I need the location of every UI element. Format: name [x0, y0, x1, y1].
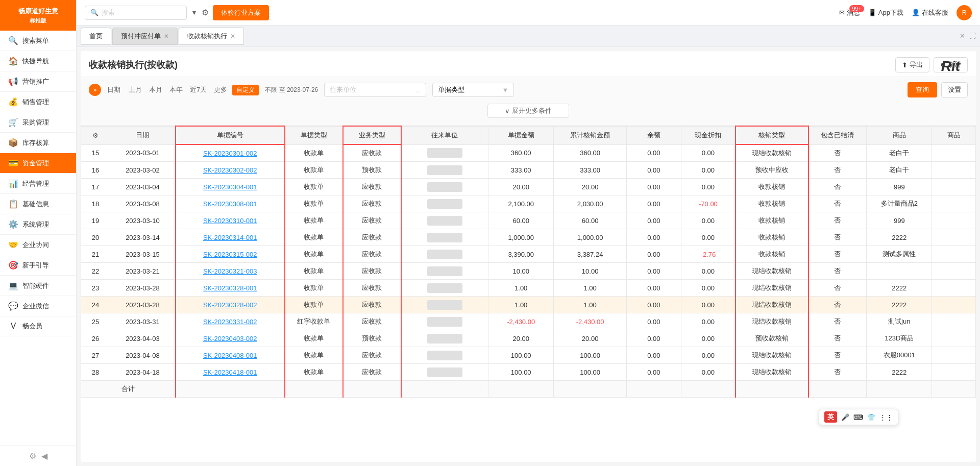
- service-btn[interactable]: 👤 在线客服: [912, 8, 948, 17]
- sidebar-item-collab[interactable]: 🤝企业协同: [0, 235, 76, 255]
- cell-num: 23: [81, 280, 110, 297]
- cell-amount: 333.00: [488, 162, 554, 179]
- sidebar: 畅康道好生意 标推版 🔍搜索菜单🏠快捷导航📢营销推广💰销售管理🛒采购管理📦库存核…: [0, 0, 77, 466]
- cell-billno: SK-20230314-001: [176, 229, 285, 246]
- cell-balance: 0.00: [626, 179, 681, 195]
- filter-toggle-btn[interactable]: »: [89, 84, 101, 96]
- this-year-opt[interactable]: 本年: [167, 84, 185, 95]
- sidebar-item-inventory[interactable]: 📦库存核算: [0, 133, 76, 153]
- cell-cumamount: 333.00: [554, 162, 627, 179]
- billno-link[interactable]: SK-20230310-001: [203, 217, 257, 225]
- sidebar-item-operations[interactable]: 📊经营管理: [0, 174, 76, 194]
- ime-shirt-icon[interactable]: 👕: [867, 413, 875, 421]
- cell-billno: SK-20230310-001: [176, 212, 285, 229]
- billno-link[interactable]: SK-20230308-001: [203, 200, 257, 208]
- th-nuketype: 核销类型: [736, 126, 808, 144]
- cell-billtype: 收款单: [285, 364, 343, 381]
- billno-link[interactable]: SK-20230304-001: [203, 183, 257, 191]
- cell-billno: SK-20230418-001: [176, 364, 285, 381]
- expand-more-btn[interactable]: ∨ 展开更多条件: [487, 104, 569, 118]
- collapse-icon[interactable]: ◀: [41, 451, 47, 461]
- tab-expand-icon[interactable]: ⛶: [969, 32, 976, 40]
- tab-prepay[interactable]: 预付冲应付单 ✕: [112, 28, 178, 45]
- cell-billtype: 收款单: [285, 144, 343, 162]
- service-label: 在线客服: [922, 8, 948, 17]
- tab-close-all-icon[interactable]: ✕: [960, 32, 965, 40]
- billno-link[interactable]: SK-20230302-002: [203, 166, 257, 174]
- app-download-btn[interactable]: 📱 App下载: [868, 8, 903, 17]
- last-month-opt[interactable]: 上月: [127, 84, 144, 95]
- billno-link[interactable]: SK-20230403-002: [203, 335, 257, 342]
- billno-link[interactable]: SK-20230301-002: [203, 150, 257, 157]
- message-btn[interactable]: ✉ 消息 99+: [839, 8, 860, 17]
- solution-button[interactable]: 体验行业方案: [213, 5, 269, 20]
- sidebar-item-basic[interactable]: 📋基础信息: [0, 194, 76, 214]
- billno-link[interactable]: SK-20230331-002: [203, 318, 257, 326]
- cell-goods2: [932, 347, 976, 364]
- inventory-icon: 📦: [8, 138, 18, 148]
- sidebar-item-shortcuts[interactable]: 🏠快捷导航: [0, 51, 76, 71]
- billno-link[interactable]: SK-20230321-003: [203, 267, 257, 275]
- billno-link[interactable]: SK-20230328-002: [203, 301, 257, 309]
- billno-link[interactable]: SK-20230418-001: [203, 369, 257, 376]
- tab-home[interactable]: 首页: [81, 28, 111, 45]
- user-avatar[interactable]: R: [957, 5, 972, 20]
- cell-billno: SK-20230331-002: [176, 313, 285, 330]
- sidebar-item-member[interactable]: V畅会员: [0, 316, 76, 336]
- cell-num: 25: [81, 313, 110, 330]
- sidebar-item-finance[interactable]: 💳资金管理: [0, 153, 76, 174]
- sidebar-item-system[interactable]: ⚙️系统管理: [0, 214, 76, 235]
- billno-link[interactable]: SK-20230408-001: [203, 352, 257, 359]
- cell-discount: 0.00: [681, 263, 736, 280]
- cell-amount: 1,000.00: [488, 229, 554, 246]
- cell-biztype: 应收款: [343, 297, 401, 313]
- settings-icon[interactable]: ⚙: [29, 451, 36, 461]
- this-month-opt[interactable]: 本月: [147, 84, 164, 95]
- more-opt[interactable]: 更多: [212, 84, 229, 95]
- unit-filter[interactable]: 往来单位 ...: [324, 83, 426, 97]
- cell-biztype: 应收款: [343, 229, 401, 246]
- table-row: 24 2023-03-28 SK-20230328-002 收款单 应收款 ██…: [81, 297, 976, 313]
- settings-filter-button[interactable]: 设置: [941, 82, 968, 97]
- export-button[interactable]: ⬆ 导出: [895, 57, 929, 72]
- operations-icon: 📊: [8, 179, 18, 188]
- topbar-dropdown[interactable]: ▼: [191, 9, 198, 16]
- cell-cumamount: 3,387.24: [554, 246, 627, 263]
- ime-mic-icon[interactable]: 🎤: [841, 413, 849, 421]
- billno-link[interactable]: SK-20230315-002: [203, 251, 257, 258]
- tab-receipt-offset[interactable]: 收款核销执行 ✕: [179, 28, 244, 45]
- billno-link[interactable]: SK-20230328-001: [203, 284, 257, 292]
- cell-billtype: 收款单: [285, 330, 343, 347]
- bill-type-dropdown-icon: ▼: [502, 86, 508, 94]
- th-goods2: 商品: [932, 126, 976, 144]
- app-icon: 📱: [868, 9, 876, 16]
- tab-prepay-close[interactable]: ✕: [164, 33, 169, 40]
- sidebar-item-search[interactable]: 🔍搜索菜单: [0, 31, 76, 51]
- sidebar-item-wechat[interactable]: 💬企业微信: [0, 296, 76, 316]
- search-box[interactable]: 🔍 搜索: [85, 6, 187, 20]
- cell-goods: [867, 263, 932, 280]
- sidebar-item-guide[interactable]: 🎯新手引导: [0, 255, 76, 276]
- bill-type-filter[interactable]: 单据类型 ▼: [432, 83, 514, 97]
- query-button[interactable]: 查询: [908, 82, 937, 97]
- ime-keyboard-icon[interactable]: ⌨: [853, 413, 863, 421]
- billno-link[interactable]: SK-20230314-001: [203, 234, 257, 241]
- cell-billno: SK-20230403-002: [176, 330, 285, 347]
- ime-grid-icon[interactable]: ⋮⋮: [879, 413, 893, 421]
- gear-icon[interactable]: ⚙: [202, 8, 209, 17]
- cell-date: 2023-04-08: [110, 347, 176, 364]
- sidebar-item-hardware[interactable]: 💻智能硬件: [0, 276, 76, 296]
- tab-receipt-close[interactable]: ✕: [230, 33, 235, 40]
- cell-balance: 0.00: [626, 144, 681, 162]
- sidebar-item-sales[interactable]: 💰销售管理: [0, 92, 76, 112]
- total-nuketype: [736, 381, 808, 398]
- cell-discount: 0.00: [681, 162, 736, 179]
- last7-opt[interactable]: 近7天: [188, 84, 209, 95]
- sidebar-item-purchase[interactable]: 🛒采购管理: [0, 112, 76, 133]
- sidebar-item-marketing[interactable]: 📢营销推广: [0, 71, 76, 92]
- filter-actions: 查询 设置: [908, 82, 968, 97]
- cell-biztype: 应收款: [343, 195, 401, 212]
- hardware-icon: 💻: [8, 281, 18, 290]
- total-amount: [488, 381, 554, 398]
- custom-btn[interactable]: 自定义: [232, 85, 259, 95]
